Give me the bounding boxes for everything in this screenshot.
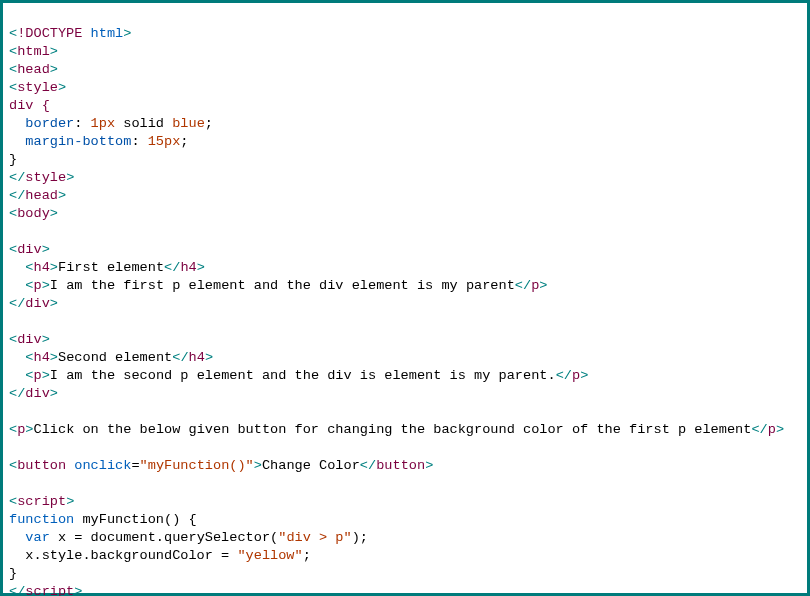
code-line: } (9, 566, 17, 581)
code-line: border: 1px solid blue; (9, 116, 213, 131)
code-line (9, 404, 17, 419)
code-line: <h4>First element</h4> (9, 260, 205, 275)
code-line: <html> (9, 44, 58, 59)
code-line: </script> (9, 584, 82, 596)
code-line (9, 314, 17, 329)
code-line: </div> (9, 296, 58, 311)
code-editor: <!DOCTYPE html> <html> <head> <style> di… (0, 0, 810, 596)
code-line: } (9, 152, 17, 167)
code-line: <button onclick="myFunction()">Change Co… (9, 458, 433, 473)
code-line: <style> (9, 80, 66, 95)
code-line: <div> (9, 242, 50, 257)
code-line: </div> (9, 386, 58, 401)
code-line (9, 224, 17, 239)
code-line: <p>Click on the below given button for c… (9, 422, 784, 437)
code-line: </head> (9, 188, 66, 203)
code-line (9, 476, 17, 491)
code-line: <body> (9, 206, 58, 221)
code-line: <div> (9, 332, 50, 347)
code-line: x.style.backgroundColor = "yellow"; (9, 548, 311, 563)
code-line: <head> (9, 62, 58, 77)
code-line: <p>I am the second p element and the div… (9, 368, 588, 383)
code-line: <h4>Second element</h4> (9, 350, 213, 365)
code-line: function myFunction() { (9, 512, 197, 527)
code-line: div { (9, 98, 50, 113)
code-line (9, 440, 17, 455)
code-line: var x = document.querySelector("div > p"… (9, 530, 368, 545)
code-line: <p>I am the first p element and the div … (9, 278, 548, 293)
code-line: </style> (9, 170, 74, 185)
code-line: <!DOCTYPE html> (9, 26, 131, 41)
code-line: margin-bottom: 15px; (9, 134, 189, 149)
code-line: <script> (9, 494, 74, 509)
